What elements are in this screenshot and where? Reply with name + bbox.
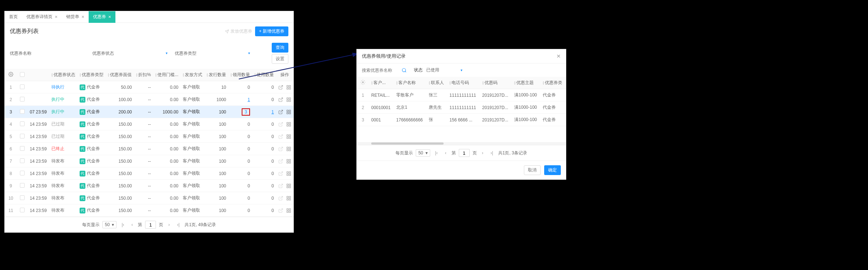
col-receive[interactable]: ▴▾领用数量: [228, 69, 252, 81]
search-icon[interactable]: [402, 68, 407, 73]
modal-close-button[interactable]: ✕: [556, 53, 561, 59]
modal-page-next-button[interactable]: ›: [480, 150, 486, 156]
receive-qty-link[interactable]: 1: [247, 97, 250, 102]
use-qty-link[interactable]: 1: [271, 109, 274, 115]
add-coupon-button[interactable]: + 新增优惠券: [255, 26, 288, 36]
table-row[interactable]: 714 23:59待发布代代金券150.00--0.00客户领取10000: [5, 155, 293, 167]
row-checkbox-cell[interactable]: [17, 118, 28, 130]
close-icon[interactable]: ✕: [81, 15, 84, 19]
cancel-button[interactable]: 取消: [524, 165, 541, 175]
row-checkbox-cell[interactable]: [17, 155, 28, 167]
close-icon[interactable]: ✕: [108, 15, 111, 19]
row-checkbox-cell[interactable]: [17, 192, 28, 204]
col-issue[interactable]: ▴▾发行数量: [204, 69, 228, 81]
table-row[interactable]: 914 23:59待发布代代金券150.00--0.00客户领取10000: [5, 180, 293, 192]
cell-issue: 100: [204, 192, 228, 204]
qrcode-icon[interactable]: [286, 122, 291, 127]
modal-page-input[interactable]: [459, 149, 470, 157]
col-status[interactable]: ▴▾优惠券状态: [49, 69, 77, 81]
receive-qty-link[interactable]: 3: [242, 108, 250, 116]
col-gear[interactable]: [5, 69, 17, 81]
col-checkbox[interactable]: [17, 69, 28, 81]
page-input[interactable]: [145, 221, 156, 229]
table-row[interactable]: 614 23:59已终止代代金券150.00--0.00客户领取10000: [5, 143, 293, 155]
modal-page-prev-button[interactable]: ‹: [443, 150, 449, 156]
qrcode-icon[interactable]: [286, 196, 291, 201]
tab-label: 优惠券: [93, 14, 106, 20]
table-row[interactable]: 1RETAIL...零散客户张三1111111111120191207D...满…: [357, 89, 566, 101]
row-checkbox-cell[interactable]: [17, 94, 28, 106]
table-row[interactable]: 1待执行代代金券50.00--0.00客户领取1000: [5, 81, 293, 94]
qrcode-icon[interactable]: [286, 134, 291, 139]
horizontal-scrollbar[interactable]: [357, 142, 566, 145]
qrcode-icon[interactable]: [286, 146, 291, 151]
qrcode-icon[interactable]: [286, 85, 291, 90]
open-icon[interactable]: [278, 97, 283, 102]
row-checkbox-cell[interactable]: [17, 106, 28, 118]
page-next-button[interactable]: ›: [166, 221, 172, 228]
row-checkbox-cell[interactable]: [17, 167, 28, 180]
qrcode-icon[interactable]: [286, 171, 291, 176]
tab[interactable]: 优惠券✕: [89, 11, 115, 23]
row-checkbox-cell[interactable]: [17, 143, 28, 155]
mcol-phone[interactable]: ▴▾电话号码: [447, 77, 480, 89]
filter-type-select[interactable]: ▾: [199, 49, 250, 58]
row-checkbox-cell[interactable]: [17, 180, 28, 192]
table-row[interactable]: 3000117666666666张156 6666 ...20191207D..…: [357, 114, 566, 126]
mcol-contact[interactable]: ▴▾联系人: [427, 77, 447, 89]
close-icon[interactable]: ✕: [55, 15, 58, 19]
page-prev-button[interactable]: ‹: [129, 221, 135, 228]
table-row[interactable]: 814 23:59待发布代代金券150.00--0.00客户领取10000: [5, 167, 293, 180]
cell-contact: 张: [427, 114, 447, 126]
col-discount[interactable]: ▴▾折扣%: [134, 69, 153, 81]
row-checkbox-cell[interactable]: [17, 130, 28, 143]
page-last-button[interactable]: ›|: [175, 221, 182, 228]
mcol-subject[interactable]: ▴▾优惠主题: [512, 77, 541, 89]
qrcode-icon[interactable]: [286, 183, 291, 188]
confirm-button[interactable]: 确定: [544, 165, 561, 175]
open-icon: [278, 134, 283, 139]
table-row[interactable]: 200010001北京1唐先生1111111111120191207D...满1…: [357, 101, 566, 114]
row-checkbox-cell[interactable]: [17, 204, 28, 217]
table-row[interactable]: 514 23:59已过期代代金券150.00--0.00客户领取10000: [5, 130, 293, 143]
modal-search-input[interactable]: [362, 68, 402, 73]
filter-status-select[interactable]: ▾: [117, 49, 168, 58]
col-threshold[interactable]: ▴▾使用门槛...: [153, 69, 181, 81]
tab[interactable]: 销货单✕: [62, 11, 89, 23]
table-row[interactable]: 2执行中代代金券100.00--0.00客户领取100010: [5, 94, 293, 106]
cell-threshold: 0.00: [153, 130, 181, 143]
mcol-type[interactable]: ▴▾优惠券类: [541, 77, 566, 89]
qrcode-icon[interactable]: [286, 109, 291, 115]
col-use[interactable]: ▴▾使用数量: [252, 69, 276, 81]
mcol-cust-no[interactable]: ▴▾客户...: [369, 77, 394, 89]
table-row[interactable]: 1014 23:59待发布代代金券150.00--0.00客户领取10000: [5, 192, 293, 204]
qrcode-icon[interactable]: [286, 208, 291, 213]
col-method[interactable]: ▴▾发放方式: [181, 69, 204, 81]
open-icon[interactable]: [278, 85, 283, 90]
cell-use: 0: [252, 118, 276, 130]
tab[interactable]: 优惠券详情页✕: [22, 11, 62, 23]
modal-page-first-button[interactable]: |‹: [433, 150, 440, 156]
open-icon[interactable]: [278, 109, 283, 115]
modal-status-select[interactable]: 已使用 ▾: [426, 67, 462, 73]
tab[interactable]: 首页: [5, 11, 22, 23]
qrcode-icon[interactable]: [286, 159, 291, 164]
query-button[interactable]: 查询: [272, 43, 288, 53]
modal-page-last-button[interactable]: ›|: [488, 150, 495, 156]
table-row[interactable]: 414 23:59已过期代代金券150.00--0.00客户领取10000: [5, 118, 293, 130]
table-row[interactable]: 307 23:59执行中代代金券200.00--1000.00客户领取10031: [5, 106, 293, 118]
cell-time: 14 23:59: [27, 204, 49, 217]
page-first-button[interactable]: |‹: [119, 221, 126, 228]
col-type[interactable]: ▴▾优惠券类型: [77, 69, 106, 81]
row-checkbox-cell[interactable]: [17, 81, 28, 94]
mcol-code[interactable]: ▴▾优惠码: [480, 77, 512, 89]
modal-per-page-select[interactable]: 50▾: [416, 149, 430, 157]
settings-button[interactable]: 设置: [272, 54, 288, 64]
col-face[interactable]: ▴▾优惠券面值: [106, 69, 134, 81]
filter-name-input[interactable]: [34, 49, 85, 58]
table-row[interactable]: 1114 23:59待发布代代金券150.00--0.00客户领取10000: [5, 204, 293, 217]
mcol-cust-name[interactable]: ▴▾客户名称: [394, 77, 427, 89]
per-page-select[interactable]: 50▾: [102, 221, 117, 228]
mcol-gear[interactable]: [357, 77, 369, 89]
qrcode-icon[interactable]: [286, 97, 291, 102]
